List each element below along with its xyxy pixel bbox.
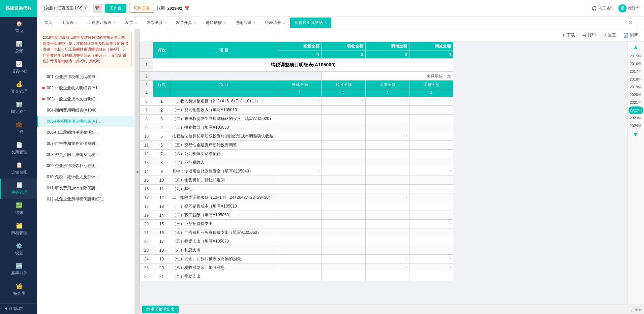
- cell-v4[interactable]: [409, 193, 453, 202]
- left-list-item[interactable]: 007-广告费和业务宣传费时...: [37, 138, 134, 149]
- spreadsheet-wrapper[interactable]: 行次 项 目 账载全额 税收全额 调增全额 调减全额 1 2 3: [140, 42, 627, 305]
- cell-v2[interactable]: [322, 246, 366, 255]
- sidebar-item-结账[interactable]: 💹 结账: [0, 199, 37, 219]
- unpin-btn[interactable]: ◀ 取消固定: [0, 304, 37, 314]
- cell-v2[interactable]: [322, 167, 366, 176]
- sidebar-item-税务管理[interactable]: 🧾 税务管理: [0, 179, 37, 199]
- download-btn[interactable]: ⬇ 下载: [560, 31, 577, 39]
- cell-project[interactable]: 按权益法核算长期股权投资对初始投资成本调整确认收益: [170, 132, 278, 141]
- cell-v2[interactable]: [322, 202, 366, 211]
- cell-v2[interactable]: [322, 193, 366, 202]
- year-nav-item-2019年[interactable]: 2019年: [628, 83, 643, 91]
- cell-v2[interactable]: [322, 132, 366, 141]
- left-list-item[interactable]: 001-企业所得税年度纳税申...: [37, 71, 134, 83]
- cell-v2[interactable]: [322, 255, 366, 263]
- nav-tab-发票开具[interactable]: 发票开具×: [172, 18, 201, 28]
- cell-v4[interactable]: *: [409, 263, 453, 272]
- cell-v1[interactable]: [278, 237, 322, 246]
- cell-v2[interactable]: [322, 106, 366, 115]
- cell-project[interactable]: （八）销售折扣、折让和退回: [170, 176, 278, 185]
- period-edit-icon[interactable]: 📅: [184, 6, 189, 11]
- year-nav-item-2016年[interactable]: 2016年: [628, 60, 643, 68]
- cell-project[interactable]: （二）职工薪酬（填写A105050）: [170, 211, 278, 220]
- cell-project[interactable]: （八）税收滞纳金、加收利息: [170, 263, 278, 272]
- cell-v1[interactable]: [278, 220, 322, 228]
- sidebar-item-工资[interactable]: 💼 工资: [0, 118, 37, 138]
- cell-v4[interactable]: *: [409, 97, 453, 106]
- left-list-item[interactable]: 002-一般企业收入明细表(A1...: [37, 83, 134, 94]
- sidebar-item-发票管理[interactable]: 📄 发票管理: [0, 138, 37, 158]
- more-tabs-icon[interactable]: ⋮: [635, 19, 641, 27]
- cell-v2[interactable]: [322, 272, 366, 281]
- user-service-btn[interactable]: 🎧 人工咨询: [592, 5, 614, 11]
- year-nav-item-2024年[interactable]: 2024年: [628, 122, 643, 130]
- cell-v2[interactable]: [322, 237, 366, 246]
- nav-tab-close-icon[interactable]: ×: [114, 21, 116, 25]
- sidebar-item-总账[interactable]: 📊 总账: [0, 37, 37, 57]
- switch-old-btn[interactable]: 切到旧版: [129, 4, 154, 13]
- workbench-btn[interactable]: 工作台: [105, 4, 126, 13]
- cell-v4[interactable]: [409, 158, 453, 167]
- nav-tab-首页[interactable]: 首页: [40, 18, 57, 28]
- year-nav-item-2021年[interactable]: 2021年: [628, 99, 643, 106]
- cell-v4[interactable]: [409, 141, 453, 150]
- cell-v1[interactable]: [278, 246, 322, 255]
- cell-v3[interactable]: [366, 158, 409, 167]
- cell-v2[interactable]: [322, 228, 366, 237]
- sidebar-item-报表中心[interactable]: 📈 报表中心: [0, 57, 37, 77]
- cell-v1[interactable]: [278, 211, 322, 220]
- cell-v4[interactable]: [409, 272, 453, 281]
- sidebar-item-归档管理[interactable]: 🗂️ 归档管理: [0, 219, 37, 239]
- user-profile-btn[interactable]: 用 徐泽华: [618, 4, 640, 12]
- cell-v3[interactable]: [366, 246, 409, 255]
- cell-project[interactable]: （七）不征税收入: [170, 158, 278, 167]
- cell-project[interactable]: 二、扣除类调整项目（13+14+...24+26+27+28+29+30）: [170, 193, 278, 202]
- cell-v3[interactable]: [366, 123, 409, 132]
- cell-v1[interactable]: [278, 123, 322, 132]
- year-nav-item-2023年[interactable]: 2023年: [628, 114, 643, 122]
- cell-v2[interactable]: [322, 263, 366, 272]
- cell-v1[interactable]: [278, 141, 322, 150]
- cell-v1[interactable]: [278, 193, 322, 202]
- cell-v4[interactable]: [409, 237, 453, 246]
- left-list-item[interactable]: 006-职工薪酬纳税调整明细...: [37, 127, 134, 138]
- sidebar-item-设置[interactable]: ⚙️ 设置: [0, 239, 37, 259]
- cell-v3[interactable]: [366, 106, 409, 115]
- cell-v2[interactable]: [322, 115, 366, 123]
- cell-v4[interactable]: [409, 176, 453, 185]
- cell-v1[interactable]: [278, 115, 322, 123]
- cell-v1[interactable]: [278, 272, 322, 281]
- cell-v3[interactable]: [366, 202, 409, 211]
- cell-v3[interactable]: [366, 220, 409, 228]
- cell-v1[interactable]: [278, 255, 322, 263]
- cell-v1[interactable]: [278, 263, 322, 272]
- print-btn[interactable]: 🖨 打印: [580, 31, 598, 39]
- cell-v4[interactable]: [409, 132, 453, 141]
- cell-v1[interactable]: [278, 150, 322, 158]
- close-all-icon[interactable]: ✕: [627, 19, 633, 27]
- scroll-left-icon[interactable]: ◀: [635, 307, 637, 312]
- year-nav-up-btn[interactable]: ▲: [632, 43, 640, 52]
- cell-v1[interactable]: [278, 176, 322, 185]
- sidebar-item-资金管理[interactable]: 💰 资金管理: [0, 77, 37, 98]
- cell-project[interactable]: （三）投资收益（填写A105030）: [170, 123, 278, 132]
- cell-v2[interactable]: *: [322, 97, 366, 106]
- cell-v3[interactable]: *: [366, 263, 409, 272]
- cell-v2[interactable]: [322, 220, 366, 228]
- cell-project[interactable]: 一、收入类调整项目（2+3+4+5+6+7+8+10+11）: [170, 97, 278, 106]
- cell-project[interactable]: （三）业务招待费支出: [170, 220, 278, 228]
- cell-v3[interactable]: [366, 272, 409, 281]
- cell-v2[interactable]: [322, 141, 366, 150]
- nav-tab-close-icon[interactable]: ×: [283, 21, 285, 25]
- cell-project[interactable]: 其中：专项用途财政性资金（填写A105040）: [170, 167, 278, 176]
- year-nav-down-btn[interactable]: ▼: [632, 130, 640, 139]
- cell-project[interactable]: （四）广告费和业务宣传费支出（填写A105060）: [170, 228, 278, 237]
- cell-v3[interactable]: *: [366, 132, 409, 141]
- nav-tab-close-icon[interactable]: ×: [76, 21, 78, 25]
- cell-v3[interactable]: [366, 237, 409, 246]
- cell-project[interactable]: （七）罚金、罚款和被没收财物的损失: [170, 255, 278, 263]
- cell-v1[interactable]: [278, 158, 322, 167]
- cell-v3[interactable]: [366, 167, 409, 176]
- cell-v3[interactable]: [366, 150, 409, 158]
- cell-v4[interactable]: [409, 246, 453, 255]
